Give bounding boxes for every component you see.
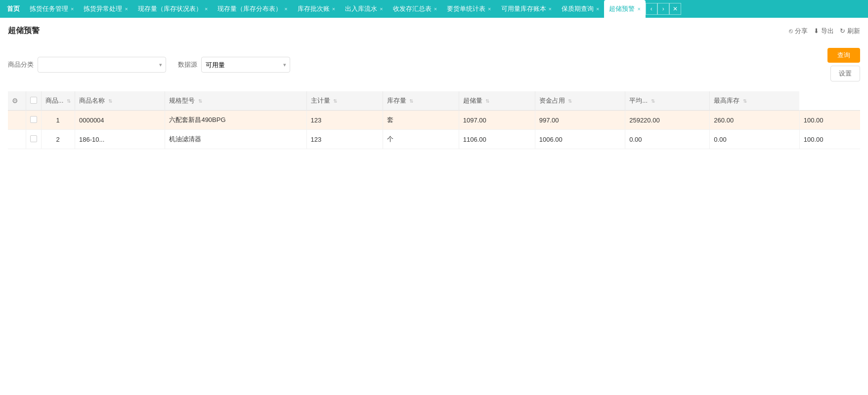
close-inventory-dist[interactable]: × [284, 6, 287, 12]
datasource-select-wrapper: 可用量 库存量 ▾ [201, 57, 290, 73]
close-inventory-status[interactable]: × [205, 6, 208, 12]
nav-collect-summary[interactable]: 收发存汇总表 × [388, 0, 442, 18]
category-label: 商品分类 [8, 60, 34, 69]
row-code: 0000004 [75, 111, 165, 130]
row-overstock: 997.00 [535, 111, 625, 130]
main-content: 超储预警 ⎋ 分享 ⬇ 导出 ↻ 刷新 商品分类 [0, 18, 868, 395]
row-spec: 123 [306, 111, 383, 130]
filter-row: 商品分类 ▾ 数据源 可用量 库存量 ▾ [8, 44, 860, 85]
category-select-wrapper: ▾ [38, 57, 166, 73]
row-name: 六配套新昌490BPG [165, 111, 306, 130]
nav-home[interactable]: 首页 [2, 0, 25, 18]
datasource-label: 数据源 [178, 60, 197, 69]
nav-prev-button[interactable]: ‹ [646, 3, 657, 15]
table-row: 2 186-10... 机油滤清器 123 个 1106.00 1006.00 … [8, 130, 860, 149]
row-capital: 0.00 [625, 130, 710, 149]
col-stock-header: 库存量 ⇅ [383, 91, 459, 111]
col-avg-header: 平均... ⇅ [625, 91, 710, 111]
nav-inventory-dist[interactable]: 现存量（库存分布表） × [213, 0, 292, 18]
row-spec: 123 [306, 130, 383, 149]
sort-capital-icon[interactable]: ⇅ [568, 98, 572, 104]
sort-maxstock-icon[interactable]: ⇅ [743, 98, 747, 104]
col-unit-header: 主计量 ⇅ [306, 91, 383, 111]
close-overstock[interactable]: × [637, 6, 640, 12]
nav-overstock[interactable]: 超储预警 × [604, 0, 645, 18]
column-settings-icon[interactable]: ⚙ [12, 97, 18, 105]
nav-inventory-status[interactable]: 现存量（库存状况表） × [133, 0, 213, 18]
sort-overstock-icon[interactable]: ⇅ [485, 98, 489, 104]
col-name-header: 商品名称 ⇅ [75, 91, 165, 111]
category-filter: 商品分类 ▾ [8, 57, 166, 73]
refresh-button[interactable]: ↻ 刷新 [840, 27, 860, 36]
topbar: 首页 拣货任务管理 × 拣货异常处理 × 现存量（库存状况表） × 现存量（库存… [0, 0, 868, 18]
nav-inout-flow[interactable]: 出入库流水 × [340, 0, 388, 18]
row-code: 186-10... [75, 130, 165, 149]
datasource-filter: 数据源 可用量 库存量 ▾ [178, 57, 290, 73]
col-overstock-header: 超储量 ⇅ [459, 91, 535, 111]
nav-quality-check[interactable]: 保质期查询 × [557, 0, 604, 18]
sort-name-icon[interactable]: ⇅ [108, 98, 112, 104]
row-checkbox-cell [26, 111, 41, 130]
row-unit: 套 [383, 111, 459, 130]
table-row: 1 0000004 六配套新昌490BPG 123 套 1097.00 997.… [8, 111, 860, 130]
sort-avg-icon[interactable]: ⇅ [651, 98, 655, 104]
row-settings-cell [8, 111, 26, 130]
row-checkbox[interactable] [30, 116, 37, 123]
share-icon: ⎋ [789, 27, 793, 35]
nav-batch-account[interactable]: 库存批次账 × [293, 0, 340, 18]
select-all-checkbox[interactable] [30, 97, 37, 104]
close-quality-check[interactable]: × [596, 6, 599, 12]
export-icon: ⬇ [814, 27, 819, 35]
nav-close-all-button[interactable]: ✕ [669, 3, 681, 15]
row-index: 1 [41, 111, 75, 130]
nav-task-mgmt[interactable]: 拣货任务管理 × [25, 0, 79, 18]
data-table: ⚙ 商品... ⇅ 商品名称 ⇅ 规格型号 ⇅ [8, 91, 860, 149]
datasource-select[interactable]: 可用量 库存量 [201, 57, 290, 73]
sort-spec-icon[interactable]: ⇅ [198, 98, 202, 104]
share-button[interactable]: ⎋ 分享 [789, 27, 808, 36]
category-select[interactable] [38, 57, 166, 73]
col-capital-header: 资金占用 ⇅ [535, 91, 625, 111]
sort-stock-icon[interactable]: ⇅ [409, 98, 413, 104]
row-checkbox-cell [26, 130, 41, 149]
row-capital: 259220.00 [625, 111, 710, 130]
col-checkbox-header [26, 91, 41, 111]
close-inout-flow[interactable]: × [380, 6, 383, 12]
settings-button[interactable]: 设置 [830, 66, 860, 81]
nav-available-account[interactable]: 可用量库存账本 × [496, 0, 557, 18]
nav-order-stat[interactable]: 要货单统计表 × [442, 0, 496, 18]
row-name: 机油滤清器 [165, 130, 306, 149]
col-maxstock-header: 最高库存 ⇅ [710, 91, 799, 111]
row-maxstock: 100.00 [799, 111, 860, 130]
col-code-header: 商品... ⇅ [41, 91, 75, 111]
export-button[interactable]: ⬇ 导出 [814, 27, 834, 36]
nav-abnormal[interactable]: 拣货异常处理 × [79, 0, 132, 18]
close-available-account[interactable]: × [549, 6, 552, 12]
row-avg: 260.00 [710, 111, 799, 130]
header-actions: ⎋ 分享 ⬇ 导出 ↻ 刷新 [789, 27, 860, 36]
refresh-icon: ↻ [840, 27, 845, 35]
row-stock: 1097.00 [459, 111, 535, 130]
sort-unit-icon[interactable]: ⇅ [333, 98, 337, 104]
page-title: 超储预警 [8, 26, 40, 36]
close-collect-summary[interactable]: × [434, 6, 437, 12]
row-stock: 1106.00 [459, 130, 535, 149]
close-batch-account[interactable]: × [332, 6, 335, 12]
row-maxstock: 100.00 [799, 130, 860, 149]
page-header: 超储预警 ⎋ 分享 ⬇ 导出 ↻ 刷新 [8, 26, 860, 36]
close-task-mgmt[interactable]: × [71, 6, 74, 12]
close-abnormal[interactable]: × [125, 6, 128, 12]
row-unit: 个 [383, 130, 459, 149]
row-overstock: 1006.00 [535, 130, 625, 149]
row-settings-cell [8, 130, 26, 149]
nav-next-button[interactable]: › [657, 3, 669, 15]
close-order-stat[interactable]: × [488, 6, 491, 12]
table-header-row: ⚙ 商品... ⇅ 商品名称 ⇅ 规格型号 ⇅ [8, 91, 860, 111]
query-button[interactable]: 查询 [827, 48, 860, 63]
col-spec-header: 规格型号 ⇅ [165, 91, 306, 111]
row-checkbox[interactable] [30, 135, 37, 142]
sort-code-icon[interactable]: ⇅ [67, 98, 71, 104]
content-wrapper: 超储预警 ⎋ 分享 ⬇ 导出 ↻ 刷新 商品分类 [8, 26, 860, 149]
row-index: 2 [41, 130, 75, 149]
row-avg: 0.00 [710, 130, 799, 149]
